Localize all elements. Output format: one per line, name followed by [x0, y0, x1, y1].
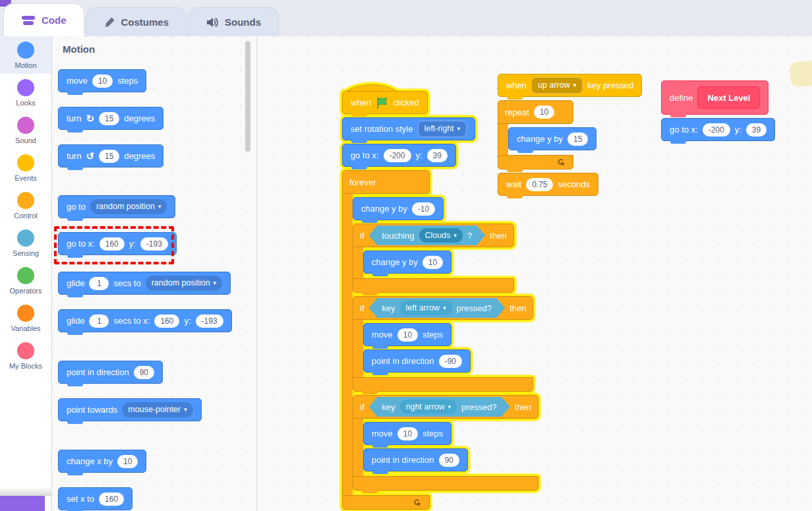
if-header[interactable]: if key right arrow ▾ pressed? then [353, 395, 538, 419]
block-change-y[interactable]: change y by 10 [363, 251, 451, 274]
value-input-x[interactable]: -200 [703, 123, 730, 136]
value-input-x[interactable]: 160 [154, 315, 179, 328]
palette-block-glide-menu[interactable]: glide 1 secs to random position ▾ [58, 272, 231, 295]
dropdown-go-to[interactable]: random position ▾ [90, 199, 167, 214]
sidebar-item-operators[interactable]: Operators [0, 262, 51, 299]
if-header[interactable]: if key left arrow ▾ pressed? then [353, 296, 533, 320]
palette-block-go-to-menu[interactable]: go to random position ▾ [58, 195, 175, 218]
forever-header[interactable]: forever [342, 170, 430, 194]
sidebar-item-control[interactable]: Control [0, 187, 51, 224]
palette-block-move-steps[interactable]: move 10 steps [58, 69, 146, 92]
block-if-key-right-arrow[interactable]: if key right arrow ▾ pressed? then [353, 395, 538, 491]
tab-code[interactable]: Code [3, 3, 84, 36]
sidebar-item-motion[interactable]: Motion [0, 36, 51, 74]
block-when-flag-clicked[interactable]: when clicked [342, 91, 428, 114]
value-input[interactable]: 15 [99, 112, 119, 125]
block-label: seconds [558, 179, 589, 189]
block-repeat[interactable]: repeat 10 change y by 15 ↻ [498, 100, 596, 169]
value-input-x[interactable]: -200 [384, 149, 411, 162]
if-footer[interactable] [353, 278, 514, 293]
block-change-y[interactable]: change y by -10 [353, 197, 444, 220]
add-extension-button[interactable] [0, 496, 45, 511]
value-input-y[interactable]: 39 [746, 123, 767, 136]
sidebar-item-events[interactable]: Events [0, 149, 51, 187]
value-input[interactable]: 90 [439, 454, 459, 467]
block-forever[interactable]: forever change y by -10 if [342, 170, 538, 510]
value-input[interactable]: 160 [99, 493, 124, 506]
sidebar-item-my-blocks[interactable]: My Blocks [0, 337, 51, 375]
block-point-in-direction[interactable]: point in direction -90 [363, 349, 471, 373]
palette-block-point-towards[interactable]: point towards mouse-pointer ▾ [58, 398, 202, 421]
condition-touching-clouds[interactable]: touching Clouds ▾ ? [369, 225, 486, 245]
palette-scrollbar[interactable] [245, 41, 250, 152]
block-change-y[interactable]: change y by 15 [508, 127, 596, 150]
category-sidebar: Motion Looks Sound Events Control Sensin… [0, 36, 52, 511]
dropdown-glide-target[interactable]: random position ▾ [146, 276, 222, 291]
category-label: Control [14, 212, 37, 220]
block-when-key-pressed[interactable]: when up arrow ▾ key pressed [498, 74, 642, 97]
sidebar-item-sensing[interactable]: Sensing [0, 224, 51, 262]
value-input[interactable]: 15 [567, 133, 588, 146]
dropdown-point-towards[interactable]: mouse-pointer ▾ [122, 402, 192, 417]
block-move-steps[interactable]: move 10 steps [363, 422, 451, 445]
dropdown-key-select[interactable]: up arrow ▾ [531, 77, 583, 94]
if-spine [353, 320, 363, 377]
value-input-x[interactable]: 160 [100, 237, 125, 251]
palette-block-turn-left[interactable]: turn ↺ 15 degrees [58, 144, 163, 167]
value-input[interactable]: 0.75 [526, 178, 553, 191]
value-input[interactable]: 10 [117, 455, 138, 468]
block-move-steps[interactable]: move 10 steps [363, 323, 451, 346]
block-go-to-xy[interactable]: go to x: -200 y: 39 [342, 144, 456, 167]
block-if-touching-clouds[interactable]: if touching Clouds ▾ ? then [353, 224, 514, 293]
palette-block-point-in-direction[interactable]: point in direction 90 [58, 361, 163, 384]
condition-key-right-arrow-pressed[interactable]: key right arrow ▾ pressed? [369, 397, 510, 417]
dropdown-rotation-style[interactable]: left-right ▾ [418, 121, 467, 137]
block-label: glide [67, 278, 84, 288]
block-set-rotation-style[interactable]: set rotation style left-right ▾ [342, 117, 475, 140]
block-define-next-level[interactable]: define Next Level [661, 80, 768, 115]
dropdown-touching-target[interactable]: Clouds ▾ [419, 228, 463, 243]
palette-block-change-x[interactable]: change x by 10 [58, 450, 146, 473]
value-input[interactable]: 90 [134, 366, 154, 379]
value-input[interactable]: 10 [534, 105, 554, 119]
value-input[interactable]: -90 [439, 355, 462, 368]
palette-block-glide-xy[interactable]: glide 1 secs to x: 160 y: -193 [58, 309, 232, 332]
sidebar-item-variables[interactable]: Variables [0, 299, 51, 337]
loop-arrow-icon: ↻ [556, 158, 566, 166]
palette-block-go-to-xy[interactable]: go to x: 160 y: -193 [58, 232, 177, 255]
value-input[interactable]: 15 [99, 150, 119, 163]
block-go-to-xy[interactable]: go to x: -200 y: 39 [661, 118, 775, 141]
forever-footer[interactable]: ↻ [342, 495, 430, 510]
block-wait-seconds[interactable]: wait 0.75 seconds [498, 173, 598, 196]
value-input[interactable]: 10 [397, 427, 418, 440]
value-input-y[interactable]: 39 [427, 149, 448, 162]
if-header[interactable]: if touching Clouds ▾ ? then [353, 224, 514, 247]
repeat-header[interactable]: repeat 10 [498, 100, 573, 124]
dropdown-key[interactable]: right arrow ▾ [400, 400, 457, 415]
sidebar-item-looks[interactable]: Looks [0, 74, 51, 111]
sidebar-item-sound[interactable]: Sound [0, 111, 51, 149]
block-point-in-direction[interactable]: point in direction 90 [363, 448, 468, 471]
chevron-down-icon: ▾ [573, 82, 577, 88]
if-footer[interactable] [353, 377, 533, 392]
tab-costumes[interactable]: Costumes [86, 7, 187, 36]
script-workspace[interactable]: when clicked set rotation style left-rig… [258, 36, 812, 511]
if-footer[interactable] [353, 476, 538, 491]
palette-block-set-x[interactable]: set x to 160 [58, 487, 132, 510]
value-input[interactable]: 10 [397, 328, 418, 342]
value-input[interactable]: 1 [89, 315, 109, 328]
value-input-y[interactable]: -193 [140, 237, 168, 251]
dropdown-key[interactable]: left arrow ▾ [400, 301, 452, 316]
value-input[interactable]: -10 [412, 202, 435, 216]
value-input[interactable]: 10 [92, 75, 113, 88]
custom-block-name[interactable]: Next Level [697, 86, 760, 109]
tab-sounds[interactable]: Sounds [188, 7, 279, 36]
repeat-footer[interactable]: ↻ [498, 155, 573, 169]
value-input[interactable]: 10 [422, 256, 443, 269]
category-label: Variables [11, 324, 40, 332]
condition-key-left-arrow-pressed[interactable]: key left arrow ▾ pressed? [369, 298, 506, 318]
palette-block-turn-right[interactable]: turn ↻ 15 degrees [58, 107, 163, 130]
value-input-y[interactable]: -193 [196, 315, 223, 328]
value-input[interactable]: 1 [89, 277, 109, 290]
block-if-key-left-arrow[interactable]: if key left arrow ▾ pressed? then [353, 296, 533, 392]
